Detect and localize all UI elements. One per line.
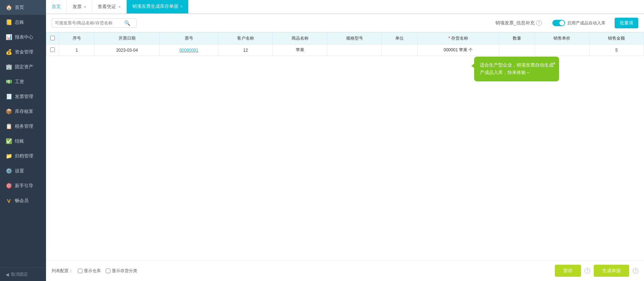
generate-info-icon[interactable]: ? — [633, 268, 638, 274]
fund-icon: 💰 — [6, 49, 12, 55]
tooltip-bubble: × 适合生产型企业，销项发票自动生成产成品入库，快来体验～ — [474, 57, 559, 81]
save-button[interactable]: 暂存 — [555, 265, 581, 277]
ledger-icon: 📒 — [6, 19, 12, 25]
sidebar-item-fund-management[interactable]: 💰 资金管理 — [0, 45, 46, 59]
sidebar-item-report-center[interactable]: 📊 报表中心 — [0, 30, 46, 45]
toggle-area: 启用产成品自动入库 — [552, 20, 605, 26]
tab-cancel-invoice[interactable]: 销项发票生成库存单据 × — [127, 0, 189, 13]
th-inventory-name: 存货名称 — [417, 33, 499, 45]
building-icon: 🏢 — [6, 64, 12, 70]
sidebar-item-label: 资金管理 — [15, 49, 33, 55]
th-product-name: 商品名称 — [273, 33, 327, 45]
sidebar-item-label: 首页 — [15, 4, 24, 11]
inventory-icon: 📦 — [6, 108, 12, 115]
table-row: 1 2023-03-04 00000001 12 苹果 000001 苹果 个 … — [46, 45, 644, 56]
sidebar-item-new-guide[interactable]: 🎯 新手引导 — [0, 178, 46, 193]
list-config-label: 列表配置： — [52, 268, 73, 274]
settings-icon: ⚙️ — [6, 168, 12, 174]
bottom-actions: 暂存 ? 生成单据 ? — [555, 265, 638, 277]
show-warehouse-label[interactable]: 显示仓库 — [78, 268, 101, 274]
archive-icon: 📁 — [6, 153, 12, 159]
select-all-checkbox[interactable] — [50, 36, 55, 40]
cell-unit-price — [535, 45, 589, 56]
row-checkbox[interactable] — [50, 47, 55, 52]
sidebar-item-settings[interactable]: ⚙️ 设置 — [0, 164, 46, 178]
info-text: 销项发票_信息补充 — [495, 20, 535, 26]
th-unit: 单位 — [382, 33, 417, 45]
toolbar-top: 🔍 销项发票_信息补充 ? 启用产成品自动入库 批量填 — [46, 14, 644, 32]
search-input[interactable] — [55, 21, 122, 25]
th-seq: 序号 — [59, 33, 94, 45]
sidebar-item-label: 归档管理 — [15, 153, 33, 159]
batch-fill-button[interactable]: 批量填 — [615, 18, 638, 28]
sidebar-item-home[interactable]: 🏠 首页 — [0, 0, 46, 15]
sidebar-item-settlement[interactable]: ✅ 结账 — [0, 134, 46, 149]
page-area: 🔍 销项发票_信息补充 ? 启用产成品自动入库 批量填 — [46, 14, 644, 281]
tab-invoice[interactable]: 发票 × — [67, 0, 92, 13]
tax-icon: 📋 — [6, 123, 12, 130]
th-open-date: 开票日期 — [94, 33, 160, 45]
tooltip-close-button[interactable]: × — [553, 59, 556, 67]
tab-home[interactable]: 首页 — [46, 0, 67, 13]
sidebar-item-archive-management[interactable]: 📁 归档管理 — [0, 149, 46, 164]
tab-cancel-invoice-label: 销项发票生成库存单据 — [132, 3, 178, 10]
payroll-icon: 💵 — [6, 79, 12, 85]
cell-customer-name: 12 — [218, 45, 273, 56]
bottom-bar: 列表配置： 显示仓库 显示存货分类 暂存 ? 生成单据 ? — [46, 260, 644, 281]
sidebar-item-label: 新手引导 — [15, 183, 33, 189]
auto-warehouse-toggle[interactable] — [552, 20, 565, 26]
cell-product-name: 苹果 — [273, 45, 327, 56]
th-qty: 数量 — [499, 33, 535, 45]
sidebar-item-vip[interactable]: V 畅会员 — [0, 193, 46, 208]
sidebar-item-invoice-management[interactable]: 🧾 发票管理 — [0, 89, 46, 104]
vip-icon: V — [6, 198, 12, 204]
tab-cancel-invoice-close[interactable]: × — [180, 4, 183, 8]
sidebar-bottom-action[interactable]: ◀ 取消固定 — [0, 268, 46, 281]
th-sales-amount: 销售金额 — [589, 33, 644, 45]
tab-home-label: 首页 — [52, 4, 61, 10]
home-icon: 🏠 — [6, 4, 12, 11]
cancel-pin-label: 取消固定 — [11, 271, 28, 277]
tab-invoice-label: 发票 — [73, 4, 82, 10]
cell-open-date: 2023-03-04 — [94, 45, 160, 56]
settlement-icon: ✅ — [6, 138, 12, 144]
cell-spec-model — [327, 45, 382, 56]
tab-view-voucher-label: 查看凭证 — [98, 4, 116, 10]
guide-icon: 🎯 — [6, 183, 12, 189]
cell-qty — [499, 45, 535, 56]
search-box[interactable]: 🔍 — [52, 18, 137, 28]
report-icon: 📊 — [6, 34, 12, 40]
sidebar-item-payroll[interactable]: 💵 工资 — [0, 74, 46, 89]
sidebar-item-inventory[interactable]: 📦 库存核算 — [0, 104, 46, 119]
main-area: 首页 发票 × 查看凭证 × 销项发票生成库存单据 × 🔍 销项发票_信息补充 — [46, 0, 644, 281]
tab-view-voucher[interactable]: 查看凭证 × — [92, 0, 126, 13]
cell-sales-amount: 5 — [589, 45, 644, 56]
show-category-label[interactable]: 显示存货分类 — [106, 268, 137, 274]
tab-invoice-close[interactable]: × — [84, 5, 86, 9]
sidebar-item-general-ledger[interactable]: 📒 总账 — [0, 15, 46, 30]
save-info-icon[interactable]: ? — [585, 268, 590, 274]
show-warehouse-checkbox[interactable] — [78, 269, 82, 273]
cell-ticket-no: 00000001 — [160, 45, 218, 56]
tab-view-voucher-close[interactable]: × — [118, 5, 120, 9]
search-icon[interactable]: 🔍 — [124, 20, 130, 26]
sidebar-item-tax-management[interactable]: 📋 税务管理 — [0, 119, 46, 134]
show-category-checkbox[interactable] — [106, 269, 110, 273]
sidebar-item-label: 库存核算 — [15, 108, 33, 115]
info-icon[interactable]: ? — [536, 20, 542, 26]
tab-bar: 首页 发票 × 查看凭证 × 销项发票生成库存单据 × — [46, 0, 644, 14]
sidebar-item-fixed-assets[interactable]: 🏢 固定资产 — [0, 59, 46, 74]
th-spec-model: 规格型号 — [327, 33, 382, 45]
sidebar: 🏠 首页 📒 总账 📊 报表中心 💰 资金管理 🏢 固定资产 💵 工资 🧾 发票… — [0, 0, 46, 281]
sidebar-item-label: 结账 — [15, 138, 24, 144]
sidebar-item-label: 畅会员 — [15, 197, 29, 204]
ticket-no-link[interactable]: 00000001 — [179, 48, 198, 53]
info-label-area: 销项发票_信息补充 ? — [495, 20, 542, 26]
cell-seq: 1 — [59, 45, 94, 56]
th-checkbox — [46, 33, 59, 45]
th-ticket-no: 票号 — [160, 33, 218, 45]
th-customer-name: 客户名称 — [218, 33, 273, 45]
generate-button[interactable]: 生成单据 — [594, 265, 629, 277]
tooltip-text: 适合生产型企业，销项发票自动生成产成品入库，快来体验～ — [480, 62, 553, 75]
sidebar-item-label: 设置 — [15, 168, 24, 174]
